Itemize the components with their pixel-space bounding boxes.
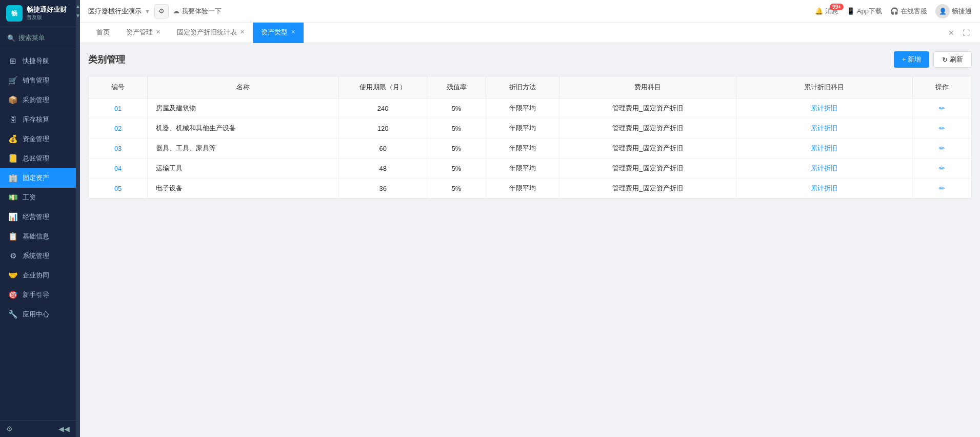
customer-service-button[interactable]: 🎧 在线客服 (890, 7, 927, 16)
sidebar-item-cooperation[interactable]: 🤝 企业协同 (0, 266, 76, 285)
edit-button[interactable]: ✏ (939, 144, 945, 152)
page-title: 类别管理 (88, 53, 125, 66)
sidebar-item-label: 新手引导 (23, 290, 49, 300)
refresh-button[interactable]: ↻ 刷新 (933, 51, 972, 68)
cell-action: ✏ (912, 158, 971, 178)
sidebar-item-basic-info[interactable]: 📋 基础信息 (0, 227, 76, 246)
sales-icon: 🛒 (8, 76, 17, 85)
sidebar-item-app-center[interactable]: 🔧 应用中心 (0, 305, 76, 324)
refresh-label: 刷新 (950, 55, 963, 64)
col-header-expense: 费用科目 (559, 76, 736, 98)
table-row: 05 电子设备 36 5% 年限平均 管理费用_固定资产折旧 累计折旧 ✏ (89, 178, 971, 198)
purchase-icon: 📦 (8, 95, 17, 105)
tab-depreciation-table[interactable]: 固定资产折旧统计表 ✕ (169, 23, 253, 43)
header-settings-button[interactable]: ⚙ (154, 4, 169, 18)
edit-button[interactable]: ✏ (939, 124, 945, 132)
sidebar-item-inventory[interactable]: 🗄 库存核算 (0, 110, 76, 129)
cell-action: ✏ (912, 118, 971, 138)
sidebar-footer: ⚙ ◀◀ (0, 420, 76, 437)
refresh-icon: ↻ (942, 56, 948, 64)
edit-button[interactable]: ✏ (939, 104, 945, 112)
table-row: 04 运输工具 48 5% 年限平均 管理费用_固定资产折旧 累计折旧 ✏ (89, 158, 971, 178)
col-header-action: 操作 (912, 76, 971, 98)
edit-button[interactable]: ✏ (939, 184, 945, 192)
tab-right-actions: ✕ ⛶ (946, 27, 972, 39)
sidebar-item-finance[interactable]: 💰 资金管理 (0, 129, 76, 149)
sidebar-scrollbar: ▲ ▼ (76, 0, 80, 437)
new-button[interactable]: + 新增 (894, 51, 929, 68)
sidebar-item-guide[interactable]: 🎯 新手引导 (0, 285, 76, 305)
cell-months: 60 (339, 138, 427, 158)
cell-depreciation: 累计折旧 (736, 138, 912, 158)
cell-residual: 5% (427, 118, 486, 138)
company-selector[interactable]: 医疗器械行业演示 ▼ (88, 7, 150, 16)
tab-asset-mgmt-label: 资产管理 (126, 28, 153, 37)
app-download-button[interactable]: 📱 App下载 (847, 7, 882, 16)
main-area: 医疗器械行业演示 ▼ ⚙ ☁ 我要体验一下 🔔 消息 99+ 📱 App下载 🎧… (80, 0, 980, 437)
settings-footer-button[interactable]: ⚙ (6, 425, 13, 433)
header-right: 🔔 消息 99+ 📱 App下载 🎧 在线客服 👤 畅捷通 (815, 4, 972, 18)
cell-residual: 5% (427, 138, 486, 158)
app-edition: 普及版 (27, 14, 67, 21)
search-menu-button[interactable]: 🔍 搜索菜单 (3, 30, 73, 46)
table-header-row: 编号 名称 使用期限（月） 残值率 折旧方法 费用科目 累计折旧科目 操作 (89, 76, 971, 98)
tab-asset-type[interactable]: 资产类型 ✕ (253, 23, 304, 43)
cell-months: 48 (339, 158, 427, 178)
sidebar-item-fixed-assets[interactable]: 🏢 固定资产 (0, 168, 76, 188)
sidebar-item-ledger[interactable]: 📒 总账管理 (0, 149, 76, 168)
cloud-icon: ☁ (173, 7, 179, 15)
sidebar-search-area: 🔍 搜索菜单 (0, 27, 76, 49)
cell-name: 器具、工具、家具等 (148, 138, 339, 158)
avatar: 👤 (935, 4, 950, 18)
collapse-sidebar-button[interactable]: ◀◀ (58, 425, 70, 433)
col-header-name: 名称 (148, 76, 339, 98)
sidebar-item-label: 经营管理 (23, 212, 49, 222)
table-row: 03 器具、工具、家具等 60 5% 年限平均 管理费用_固定资产折旧 累计折旧… (89, 138, 971, 158)
sidebar-item-system[interactable]: ⚙ 系统管理 (0, 246, 76, 266)
maximize-tab-button[interactable]: ⛶ (961, 27, 972, 39)
quick-nav-icon: ⊞ (8, 56, 17, 66)
finance-icon: 💰 (8, 134, 17, 144)
notification-icon: 🔔 (815, 7, 823, 15)
notification-button[interactable]: 🔔 消息 99+ (815, 7, 838, 16)
user-label: 畅捷通 (952, 7, 972, 16)
sidebar-item-label: 固定资产 (23, 173, 49, 183)
cell-expense: 管理费用_固定资产折旧 (559, 178, 736, 198)
cell-depreciation: 累计折旧 (736, 158, 912, 178)
sidebar-item-label: 企业协同 (23, 271, 49, 280)
tab-depreciation-label: 固定资产折旧统计表 (177, 28, 237, 37)
sidebar-item-operations[interactable]: 📊 经营管理 (0, 207, 76, 227)
cell-action: ✏ (912, 138, 971, 158)
tab-depreciation-close-icon[interactable]: ✕ (240, 29, 245, 35)
cell-id: 05 (89, 178, 148, 198)
experience-button[interactable]: ☁ 我要体验一下 (173, 7, 222, 16)
sidebar-item-label: 资金管理 (23, 134, 49, 144)
tab-asset-mgmt-close-icon[interactable]: ✕ (156, 29, 161, 35)
edit-button[interactable]: ✏ (939, 164, 945, 172)
top-header: 医疗器械行业演示 ▼ ⚙ ☁ 我要体验一下 🔔 消息 99+ 📱 App下载 🎧… (80, 0, 980, 23)
sidebar-item-purchase[interactable]: 📦 采购管理 (0, 90, 76, 110)
tab-asset-mgmt[interactable]: 资产管理 ✕ (118, 23, 169, 43)
cell-id: 03 (89, 138, 148, 158)
sidebar-item-quick-nav[interactable]: ⊞ 快捷导航 (0, 51, 76, 71)
customer-service-label: 在线客服 (901, 7, 927, 16)
close-tab-button[interactable]: ✕ (946, 27, 956, 39)
inventory-icon: 🗄 (8, 115, 17, 124)
sidebar-item-label: 销售管理 (23, 76, 49, 85)
sidebar-item-payroll[interactable]: 💵 工资 (0, 188, 76, 207)
tab-asset-type-label: 资产类型 (261, 28, 288, 37)
user-profile-button[interactable]: 👤 畅捷通 (935, 4, 972, 18)
cell-expense: 管理费用_固定资产折旧 (559, 118, 736, 138)
cell-id: 04 (89, 158, 148, 178)
company-name: 医疗器械行业演示 (88, 7, 142, 16)
cell-name: 房屋及建筑物 (148, 98, 339, 118)
col-header-method: 折旧方法 (486, 76, 559, 98)
tab-asset-type-close-icon[interactable]: ✕ (291, 29, 295, 35)
system-icon: ⚙ (8, 251, 17, 261)
cell-residual: 5% (427, 98, 486, 118)
sidebar-nav: ⊞ 快捷导航 🛒 销售管理 📦 采购管理 🗄 库存核算 💰 资金管理 📒 总账管… (0, 49, 76, 420)
logo-text-block: 畅捷通好业财 普及版 (27, 6, 67, 22)
sidebar-item-sales[interactable]: 🛒 销售管理 (0, 71, 76, 90)
tab-home[interactable]: 首页 (88, 23, 118, 43)
sidebar-item-label: 总账管理 (23, 154, 49, 163)
